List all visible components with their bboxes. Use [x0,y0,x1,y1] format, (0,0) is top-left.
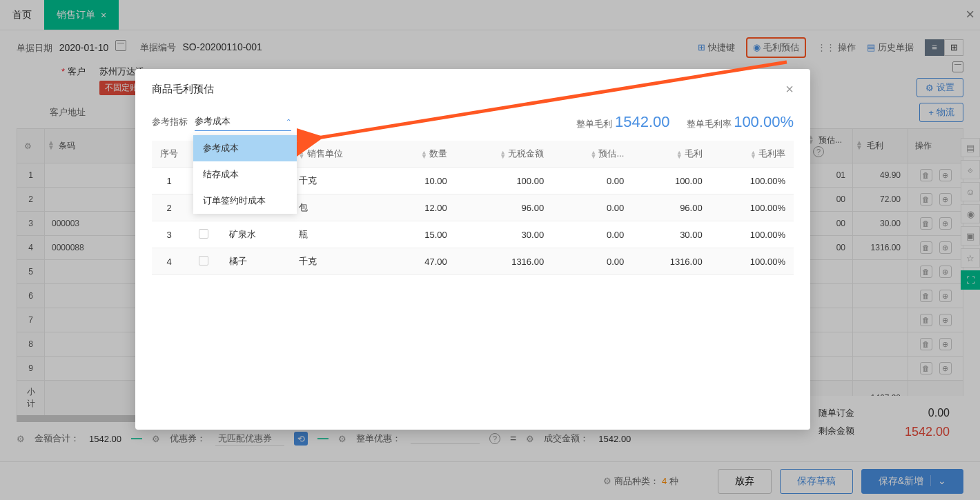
total-rate-label: 整单毛利率 [687,119,732,129]
mcol-idx: 序号 [152,141,186,168]
dropdown-option-reference-cost[interactable]: 参考成本 [193,135,297,161]
total-profit-value: 1542.00 [615,113,670,130]
total-rate-value: 100.00% [734,113,794,130]
profit-modal: 商品毛利预估 × 参考指标 参考成本⌃ 整单毛利 1542.00 整单毛利率 1… [135,69,810,430]
modal-row: 4橘子千克47.001316.000.001316.00100.00% [152,248,794,275]
mcol-profit[interactable]: ▲▼毛利 [632,141,710,168]
indicator-dropdown: 参考成本 结存成本 订单签约时成本 [193,135,297,214]
modal-title: 商品毛利预估 [152,83,214,96]
row-checkbox[interactable] [199,229,208,239]
dropdown-option-balance-cost[interactable]: 结存成本 [193,161,297,188]
indicator-select[interactable]: 参考成本⌃ [195,112,291,131]
mcol-qty[interactable]: ▲▼数量 [387,141,455,168]
mcol-amount[interactable]: ▲▼无税金额 [455,141,552,168]
modal-row: 3矿泉水瓶15.0030.000.0030.00100.00% [152,221,794,248]
modal-close-icon[interactable]: × [785,81,794,97]
mcol-unit[interactable]: ▲▼销售单位 [291,141,387,168]
indicator-label: 参考指标 [152,116,188,128]
row-checkbox[interactable] [199,256,208,266]
total-profit-label: 整单毛利 [576,119,612,129]
mcol-rate[interactable]: ▲▼毛利率 [711,141,794,168]
mcol-forecast[interactable]: ▲▼预估... [552,141,632,168]
dropdown-option-signing-cost[interactable]: 订单签约时成本 [193,188,297,214]
